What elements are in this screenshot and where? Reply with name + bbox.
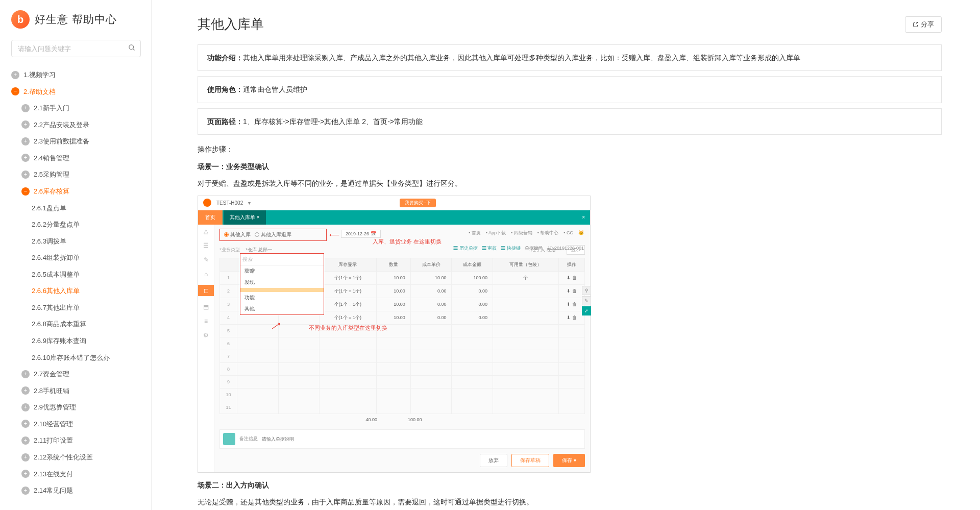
memo-input[interactable] — [262, 436, 581, 442]
nav-item[interactable]: +2.10经营管理 — [11, 416, 141, 432]
nav-item[interactable]: +2.7资金管理 — [11, 366, 141, 382]
nav-item[interactable]: +2.5采购管理 — [11, 166, 141, 183]
search-icon[interactable] — [128, 44, 136, 53]
nav-item[interactable]: −2.6库存核算 — [11, 183, 141, 200]
rail-icon[interactable]: △ — [204, 228, 208, 235]
nav-item[interactable]: 2.6.1盘点单 — [11, 200, 141, 216]
nav-item[interactable]: 2.6.5成本调整单 — [11, 266, 141, 283]
nav-item[interactable]: 2.6.7其他出库单 — [11, 299, 141, 316]
table-cell — [320, 337, 376, 350]
nav-item[interactable]: 2.6.9库存账本查询 — [11, 332, 141, 349]
nav-item[interactable]: +2.3使用前数据准备 — [11, 133, 141, 150]
table-cell — [452, 337, 493, 350]
table-row[interactable]: 6 — [220, 337, 585, 350]
draft-button[interactable]: 保存草稿 — [511, 454, 549, 467]
nav-item[interactable]: +2.13在线支付 — [11, 466, 141, 482]
memo-icon — [223, 433, 235, 445]
expand-icon[interactable]: + — [21, 370, 30, 378]
quick-link[interactable]: ☰ 快捷键 — [501, 245, 521, 252]
nav-item[interactable]: +2.11打印设置 — [11, 432, 141, 449]
nav-item[interactable]: 2.6.10库存账本错了怎么办 — [11, 349, 141, 366]
header-link[interactable]: • 帮助中心 — [537, 230, 559, 236]
dropdown-option[interactable] — [240, 288, 324, 292]
expand-icon[interactable]: + — [21, 470, 30, 478]
share-button[interactable]: 分享 — [905, 16, 942, 33]
date-field[interactable]: 2019-12-26 📅 — [341, 230, 381, 238]
expand-icon[interactable]: + — [21, 386, 30, 395]
avatar-icon[interactable]: 🐱 — [578, 230, 584, 235]
close-icon[interactable]: × — [577, 214, 590, 220]
nav-item[interactable]: 2.6.4组装拆卸单 — [11, 249, 141, 266]
header-link[interactable]: • 四级营销 — [511, 230, 532, 236]
nav-item[interactable]: +2.8手机旺铺 — [11, 382, 141, 399]
table-row[interactable]: 10 — [220, 388, 585, 401]
dropdown-option[interactable]: 功能 — [240, 292, 324, 303]
path-text: 1、库存核算->库存管理->其他入库单 2、首页->常用功能 — [243, 117, 423, 126]
nav-item[interactable]: +2.14常见问题 — [11, 482, 141, 499]
rail-icon[interactable]: ⬒ — [203, 303, 209, 310]
expand-icon[interactable]: + — [21, 120, 30, 129]
rail-icon[interactable]: ≡ — [204, 318, 208, 325]
cancel-button[interactable]: 放弃 — [480, 454, 507, 467]
nav-item[interactable]: +2.2产品安装及登录 — [11, 116, 141, 133]
nav-item[interactable]: +2.12系统个性化设置 — [11, 449, 141, 466]
tab-home[interactable]: 首页 — [198, 210, 223, 225]
expand-icon[interactable]: + — [21, 154, 30, 162]
tool-icon[interactable]: ⤢ — [582, 306, 591, 315]
biz-type-dropdown[interactable]: 搜索 获赠发现 功能其他 — [240, 253, 324, 315]
nav-item[interactable]: 2.6.3调拨单 — [11, 233, 141, 250]
expand-icon[interactable]: + — [21, 171, 30, 179]
save-button[interactable]: 保存 ▾ — [553, 454, 585, 467]
expand-icon[interactable]: + — [21, 137, 30, 145]
dropdown-search[interactable]: 搜索 — [240, 254, 324, 265]
direction-radio-group[interactable]: 其他入库 其他入库退库 — [219, 229, 327, 241]
rail-icon[interactable]: ☰ — [203, 242, 209, 249]
expand-icon[interactable]: + — [21, 436, 30, 445]
nav-item[interactable]: +2.9优惠券管理 — [11, 399, 141, 416]
table-row[interactable]: 9 — [220, 375, 585, 388]
expand-icon[interactable]: + — [21, 104, 30, 112]
tool-icon[interactable]: ✎ — [582, 296, 591, 305]
rail-icon-active[interactable]: ◻ — [198, 285, 214, 296]
nav-item[interactable]: +2.4销售管理 — [11, 150, 141, 166]
search-input[interactable] — [11, 40, 141, 57]
nav-item[interactable]: +2.1新手入门 — [11, 100, 141, 116]
tool-icon[interactable]: ⚲ — [582, 286, 591, 295]
dropdown-option[interactable]: 其他 — [240, 303, 324, 314]
app-header: TEST-H002 ▾ 我要购买--下 — [198, 196, 590, 210]
table-cell: 0.00 — [410, 298, 452, 311]
quick-link[interactable]: ☰ 历史单据 — [453, 245, 478, 252]
collapse-icon[interactable]: − — [11, 87, 19, 95]
table-row[interactable]: 11 — [220, 401, 585, 414]
nav-item[interactable]: −2.帮助文档 — [11, 83, 141, 100]
nav-item[interactable]: 2.6.8商品成本重算 — [11, 315, 141, 332]
quick-link[interactable]: ☰ 审核 — [482, 245, 497, 252]
header-link[interactable]: • App下载 — [486, 230, 506, 236]
nav-item[interactable]: 2.6.6其他入库单 — [11, 282, 141, 299]
nav-item[interactable]: +1.视频学习 — [11, 66, 141, 83]
header-link[interactable]: • 首页 — [469, 230, 481, 236]
table-row[interactable]: 7 — [220, 350, 585, 362]
table-cell — [237, 362, 279, 375]
dropdown-option[interactable]: 发现 — [240, 277, 324, 288]
dropdown-option[interactable]: 获赠 — [240, 265, 324, 277]
table-cell: ⬇ 🗑 — [558, 284, 584, 298]
annotation-arrow-icon: ⟵ — [329, 231, 339, 239]
expand-icon[interactable]: + — [11, 71, 19, 79]
expand-icon[interactable]: + — [21, 487, 30, 495]
rail-icon[interactable]: ⚙ — [203, 332, 209, 339]
nav-item[interactable]: 2.6.2分量盘点单 — [11, 216, 141, 233]
expand-icon[interactable]: + — [21, 420, 30, 428]
rail-icon[interactable]: ✎ — [204, 256, 209, 263]
table-row[interactable]: 8 — [220, 362, 585, 375]
expand-icon[interactable]: + — [21, 453, 30, 462]
header-link[interactable]: • CC — [564, 230, 573, 235]
radio-on-icon[interactable] — [224, 232, 229, 237]
tab-active[interactable]: 其他入库单 × — [224, 210, 266, 225]
radio-off-icon[interactable] — [255, 232, 259, 237]
buy-button[interactable]: 我要购买--下 — [400, 199, 436, 207]
table-cell: 6 — [220, 337, 237, 350]
rail-icon[interactable]: ⌂ — [204, 271, 208, 278]
collapse-icon[interactable]: − — [21, 187, 30, 196]
expand-icon[interactable]: + — [21, 403, 30, 411]
